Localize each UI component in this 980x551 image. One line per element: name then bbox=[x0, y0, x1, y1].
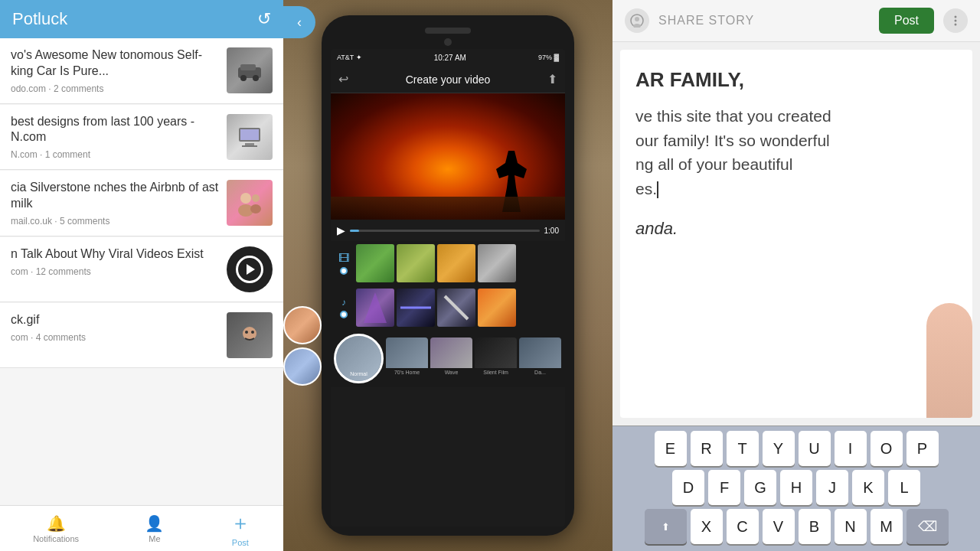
key-d[interactable]: D bbox=[672, 470, 704, 505]
list-item[interactable]: cia Silverstone nches the Airbnb of ast … bbox=[0, 171, 283, 236]
right-panel: SHARE STORY Post AR FAMILY, ve this site… bbox=[612, 0, 980, 551]
key-n[interactable]: N bbox=[835, 509, 867, 544]
feed-item-meta: odo.com · 2 comments bbox=[11, 83, 219, 94]
undo-icon[interactable]: ↩ bbox=[338, 72, 348, 86]
nav-post-label: Post bbox=[232, 538, 249, 547]
key-y[interactable]: Y bbox=[763, 431, 795, 466]
clip-thumb[interactable] bbox=[478, 244, 516, 282]
key-c[interactable]: C bbox=[727, 509, 759, 544]
feed-item-thumbnail bbox=[227, 114, 273, 160]
thumbnail-row-clips: 🎞 bbox=[331, 241, 565, 285]
play-button[interactable]: ▶ bbox=[337, 224, 345, 236]
phone-header-title: Create your video bbox=[348, 73, 547, 86]
key-k[interactable]: K bbox=[852, 470, 884, 505]
key-o[interactable]: O bbox=[871, 431, 903, 466]
more-options-button[interactable] bbox=[943, 8, 968, 33]
backspace-key[interactable]: ⌫ bbox=[906, 509, 949, 544]
effect-thumb[interactable] bbox=[437, 289, 475, 327]
key-r[interactable]: R bbox=[691, 431, 723, 466]
share-story-title: SHARE STORY bbox=[658, 14, 870, 28]
svg-point-13 bbox=[245, 331, 248, 334]
svg-rect-7 bbox=[242, 145, 257, 147]
feed-item-text: vo's Awesome New tonomous Self-king Car … bbox=[11, 47, 219, 94]
effect-thumb[interactable] bbox=[397, 289, 435, 327]
music-icon[interactable]: ♪ bbox=[341, 297, 346, 308]
nav-post[interactable]: ＋ Post bbox=[215, 507, 266, 550]
back-button[interactable]: ‹ bbox=[283, 6, 315, 38]
video-preview bbox=[331, 93, 565, 220]
share-story-header: SHARE STORY Post bbox=[612, 0, 980, 42]
feed-item-text: cia Silverstone nches the Airbnb of ast … bbox=[11, 180, 219, 227]
svg-point-8 bbox=[240, 193, 251, 204]
svg-point-22 bbox=[955, 20, 957, 22]
share-icon[interactable]: ⬆ bbox=[547, 72, 557, 86]
effect-thumb[interactable] bbox=[356, 289, 394, 327]
nav-notifications-label: Notifications bbox=[33, 534, 79, 543]
story-body: ve this site that you created our family… bbox=[635, 104, 957, 201]
key-i[interactable]: I bbox=[835, 431, 867, 466]
key-j[interactable]: J bbox=[816, 470, 848, 505]
feed-item-meta: mail.co.uk · 5 comments bbox=[11, 216, 219, 227]
keyboard-row-2: D F G H J K L bbox=[616, 470, 977, 505]
center-panel: ‹ AT&T ✦ 10:27 AM 97% ▓ ↩ Create your vi… bbox=[283, 0, 612, 551]
filter-silent-label: Silent Film bbox=[483, 370, 508, 375]
left-panel: Potluck ↺ vo's Awesome New tonomous Self… bbox=[0, 0, 283, 551]
filter-silent-thumb[interactable]: Silent Film bbox=[475, 337, 517, 380]
clip-thumb[interactable] bbox=[356, 244, 394, 282]
clip-thumb[interactable] bbox=[437, 244, 475, 282]
svg-point-14 bbox=[251, 331, 254, 334]
key-x[interactable]: X bbox=[691, 509, 723, 544]
svg-rect-1 bbox=[240, 64, 256, 70]
svg-rect-5 bbox=[240, 129, 259, 140]
clip-thumb[interactable] bbox=[397, 244, 435, 282]
svg-marker-15 bbox=[364, 292, 387, 323]
phone-app-header: ↩ Create your video ⬆ bbox=[331, 66, 565, 93]
key-b[interactable]: B bbox=[799, 509, 831, 544]
person-decoration bbox=[926, 303, 972, 418]
filter-70s-thumb[interactable]: 70's Home bbox=[386, 337, 428, 380]
filmstrip-icon[interactable]: 🎞 bbox=[338, 252, 349, 264]
bottom-nav: 🔔 Notifications 👤 Me ＋ Post bbox=[0, 505, 283, 551]
progress-bar[interactable] bbox=[350, 230, 540, 232]
post-button[interactable]: Post bbox=[879, 8, 934, 34]
filter-70s-label: 70's Home bbox=[394, 370, 420, 375]
filter-row: Normal 70's Home Wave Silent Film bbox=[331, 330, 565, 387]
nav-me[interactable]: 👤 Me bbox=[129, 511, 179, 546]
key-e[interactable]: E bbox=[655, 431, 687, 466]
filter-wave-thumb[interactable]: Wave bbox=[430, 337, 472, 380]
key-l[interactable]: L bbox=[888, 470, 920, 505]
svg-rect-6 bbox=[245, 143, 254, 145]
key-t[interactable]: T bbox=[727, 431, 759, 466]
list-item[interactable]: ck.gif com · 4 comments bbox=[0, 303, 283, 368]
key-p[interactable]: P bbox=[906, 431, 939, 466]
key-g[interactable]: G bbox=[744, 470, 776, 505]
effect-thumb[interactable] bbox=[478, 289, 516, 327]
key-m[interactable]: M bbox=[871, 509, 903, 544]
effects-thumbnails bbox=[356, 289, 516, 327]
filter-da-thumb[interactable]: Da... bbox=[519, 337, 561, 380]
svg-point-20 bbox=[633, 24, 641, 28]
feed-item-text: ck.gif com · 4 comments bbox=[11, 312, 219, 343]
nav-notifications[interactable]: 🔔 Notifications bbox=[18, 511, 94, 546]
filter-normal-active[interactable]: Normal bbox=[334, 334, 384, 383]
list-item[interactable]: vo's Awesome New tonomous Self-king Car … bbox=[0, 38, 283, 104]
bell-icon: 🔔 bbox=[47, 514, 66, 533]
key-f[interactable]: F bbox=[708, 470, 740, 505]
phone-screen: AT&T ✦ 10:27 AM 97% ▓ ↩ Create your vide… bbox=[331, 49, 565, 527]
refresh-icon[interactable]: ↺ bbox=[257, 9, 271, 29]
keyboard: E R T Y U I O P D F G H J K L ⬆ X C V B … bbox=[612, 425, 980, 551]
list-item[interactable]: best designs from last 100 years - N.com… bbox=[0, 105, 283, 171]
feed-item-title: ck.gif bbox=[11, 312, 219, 328]
battery-text: 97% ▓ bbox=[538, 54, 559, 61]
person-icon: 👤 bbox=[145, 514, 164, 533]
key-v[interactable]: V bbox=[763, 509, 795, 544]
text-cursor bbox=[657, 181, 658, 198]
svg-point-2 bbox=[240, 75, 247, 81]
filter-normal-label: Normal bbox=[350, 371, 368, 377]
feed-item-title: best designs from last 100 years - N.com bbox=[11, 114, 219, 146]
list-item[interactable]: n Talk About Why Viral Videos Exist com … bbox=[0, 237, 283, 302]
video-water bbox=[331, 197, 565, 220]
key-u[interactable]: U bbox=[799, 431, 831, 466]
shift-key[interactable]: ⬆ bbox=[645, 509, 687, 544]
key-h[interactable]: H bbox=[780, 470, 812, 505]
